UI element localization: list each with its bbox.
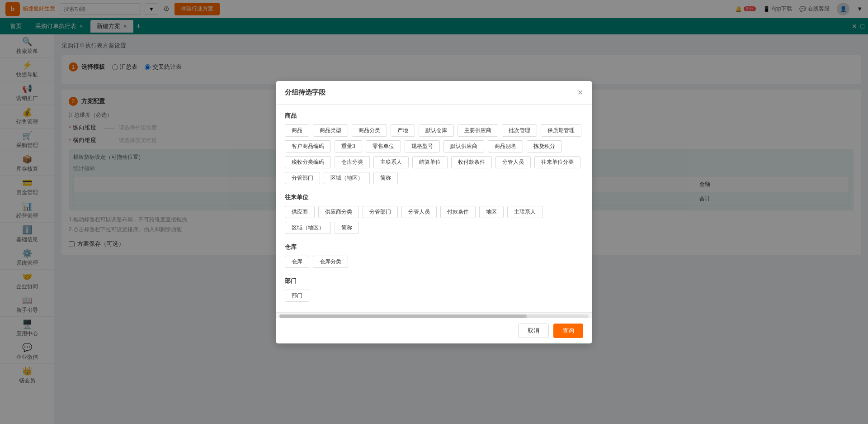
- field-tag[interactable]: 拣货积分: [527, 140, 562, 152]
- field-tag[interactable]: 主联系人: [507, 206, 542, 218]
- field-tag[interactable]: 仓库: [285, 256, 309, 268]
- field-tag[interactable]: 付款条件: [440, 206, 476, 218]
- field-tag[interactable]: 结算单位: [412, 156, 448, 168]
- field-tag[interactable]: 区域（地区）: [324, 172, 370, 184]
- field-tags-product: 商品 商品类型 商品分类 产地 默认仓库 主要供应商 批次管理 保质期管理 客户…: [285, 124, 583, 184]
- field-group-dept: 部门 部门: [285, 277, 583, 302]
- field-tag[interactable]: 批次管理: [502, 124, 537, 137]
- confirm-button[interactable]: 查询: [553, 324, 583, 338]
- modal-scrollbar: [276, 312, 592, 317]
- field-tags-partner: 供应商 供应商分类 分管部门 分管人员 付款条件 地区 主联系人 区域（地区） …: [285, 206, 583, 234]
- modal-overlay: 分组待选字段 ✕ 商品 商品 商品类型 商品分类 产地 默认仓库 主要供应商 批…: [0, 0, 868, 424]
- field-tag[interactable]: 商品: [285, 124, 309, 137]
- field-group-partner-title: 往来单位: [285, 193, 583, 201]
- field-tag[interactable]: 默认仓库: [419, 124, 454, 137]
- field-tag[interactable]: 商品别名: [488, 140, 523, 152]
- scrollbar-thumb[interactable]: [279, 314, 527, 318]
- field-tag[interactable]: 简称: [335, 222, 359, 234]
- field-tag[interactable]: 商品分类: [352, 124, 387, 137]
- field-tag[interactable]: 简称: [373, 172, 398, 184]
- field-tag[interactable]: 收付款条件: [451, 156, 492, 168]
- field-group-dept-title: 部门: [285, 277, 583, 285]
- field-tag[interactable]: 默认供应商: [443, 140, 484, 152]
- field-tag[interactable]: 往来单位分类: [534, 156, 580, 168]
- field-tag[interactable]: 部门: [285, 290, 309, 302]
- modal-dialog: 分组待选字段 ✕ 商品 商品 商品类型 商品分类 产地 默认仓库 主要供应商 批…: [276, 81, 592, 343]
- field-tag[interactable]: 主要供应商: [458, 124, 498, 137]
- field-tag[interactable]: 零售单位: [366, 140, 401, 152]
- field-tag[interactable]: 分管人员: [495, 156, 531, 168]
- field-tag[interactable]: 供应商分类: [318, 206, 359, 218]
- modal-header: 分组待选字段 ✕: [276, 81, 592, 105]
- field-tag[interactable]: 产地: [391, 124, 415, 137]
- field-tag[interactable]: 重量3: [335, 140, 362, 152]
- field-tags-dept: 部门: [285, 290, 583, 302]
- field-group-product: 商品 商品 商品类型 商品分类 产地 默认仓库 主要供应商 批次管理 保质期管理…: [285, 112, 583, 184]
- field-tag[interactable]: 地区: [479, 206, 504, 218]
- field-group-product-title: 商品: [285, 112, 583, 120]
- field-tag[interactable]: 商品类型: [313, 124, 348, 137]
- field-tag[interactable]: 保质期管理: [541, 124, 581, 137]
- modal-footer: 取消 查询: [276, 318, 592, 343]
- field-tag[interactable]: 客户商品编码: [285, 140, 331, 152]
- scrollbar-track: [279, 314, 589, 318]
- field-tag[interactable]: 供应商: [285, 206, 315, 218]
- field-tag[interactable]: 规格型号: [405, 140, 440, 152]
- field-group-warehouse: 仓库 仓库 仓库分类: [285, 243, 583, 268]
- field-tag[interactable]: 税收分类编码: [285, 156, 331, 168]
- field-tag[interactable]: 分管部门: [285, 172, 320, 184]
- field-group-warehouse-title: 仓库: [285, 243, 583, 251]
- modal-title: 分组待选字段: [285, 88, 326, 97]
- modal-body: 商品 商品 商品类型 商品分类 产地 默认仓库 主要供应商 批次管理 保质期管理…: [276, 105, 592, 313]
- cancel-button[interactable]: 取消: [518, 324, 549, 338]
- field-tag[interactable]: 仓库分类: [335, 156, 370, 168]
- field-tag[interactable]: 分管人员: [401, 206, 437, 218]
- field-tag[interactable]: 分管部门: [363, 206, 398, 218]
- field-group-partner: 往来单位 供应商 供应商分类 分管部门 分管人员 付款条件 地区 主联系人 区域…: [285, 193, 583, 234]
- field-tag[interactable]: 主联系人: [373, 156, 409, 168]
- field-tag[interactable]: 区域（地区）: [285, 222, 331, 234]
- field-tags-warehouse: 仓库 仓库分类: [285, 256, 583, 268]
- field-tag[interactable]: 仓库分类: [313, 256, 348, 268]
- modal-close-button[interactable]: ✕: [577, 88, 583, 97]
